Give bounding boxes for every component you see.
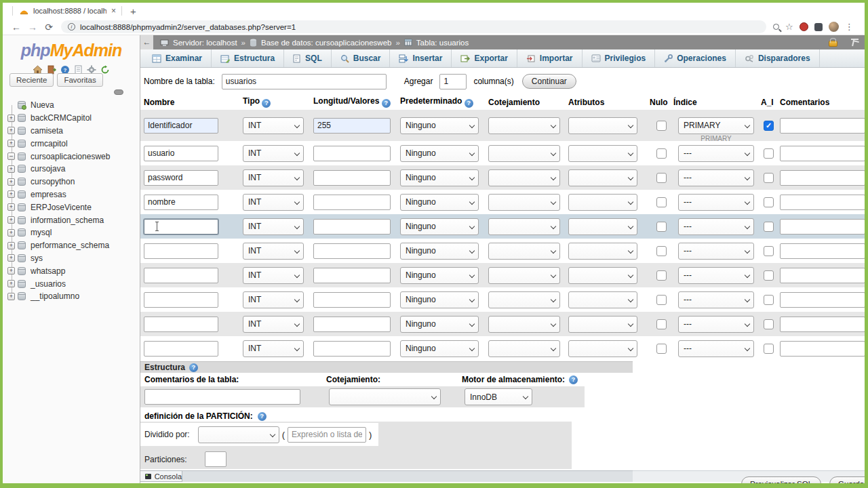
column-length-input[interactable]: [313, 170, 391, 186]
database-name[interactable]: information_schema: [31, 216, 104, 225]
column-name-input[interactable]: [144, 268, 218, 283]
engine-select[interactable]: InnoDB: [465, 388, 532, 405]
tree-expander-icon[interactable]: –: [7, 152, 15, 160]
column-default-select[interactable]: Ninguno: [400, 117, 479, 134]
column-index-select[interactable]: ---: [678, 340, 754, 357]
column-type-select[interactable]: INT: [243, 117, 304, 134]
column-length-input[interactable]: [313, 118, 391, 134]
column-length-input[interactable]: [313, 292, 391, 308]
help-icon[interactable]: ?: [382, 99, 391, 108]
breadcrumb-database[interactable]: Base de datos: cursoaplicacionesweb: [261, 39, 391, 47]
column-type-select[interactable]: INT: [243, 194, 304, 211]
column-comments-input[interactable]: [780, 268, 865, 283]
column-type-select[interactable]: INT: [243, 267, 304, 284]
column-attributes-select[interactable]: [568, 291, 637, 308]
tab-importar[interactable]: Importar: [517, 49, 583, 67]
database-tree-item[interactable]: – cursoaplicacionesweb: [3, 150, 140, 163]
null-checkbox[interactable]: [656, 222, 667, 232]
column-index-select[interactable]: ---: [678, 243, 754, 260]
database-tree-item[interactable]: + crmcapitol: [3, 137, 140, 150]
help-icon[interactable]: ?: [465, 99, 473, 108]
partition-expression-input[interactable]: [288, 427, 366, 443]
database-name[interactable]: empresas: [31, 190, 66, 199]
column-index-select[interactable]: ---: [678, 169, 754, 186]
column-comments-input[interactable]: [780, 292, 865, 308]
profile-avatar[interactable]: [829, 22, 839, 32]
column-collation-select[interactable]: [488, 218, 560, 235]
database-name[interactable]: whatsapp: [31, 266, 65, 276]
database-name[interactable]: _usuarios: [31, 279, 66, 289]
collapse-sidebar-button[interactable]: ←: [140, 35, 153, 49]
sidebar-resize-handle[interactable]: [114, 89, 123, 95]
column-type-select[interactable]: INT: [243, 340, 304, 357]
back-icon[interactable]: ←: [8, 22, 24, 33]
database-name[interactable]: performance_schema: [31, 241, 109, 250]
help-icon[interactable]: ?: [258, 412, 267, 421]
column-index-select[interactable]: ---: [678, 218, 754, 235]
column-comments-input[interactable]: [780, 118, 865, 134]
tree-expander-icon[interactable]: +: [7, 165, 15, 173]
database-tree-item[interactable]: + cursojava: [3, 163, 140, 176]
column-comments-input[interactable]: [780, 146, 865, 161]
column-length-input[interactable]: [313, 341, 391, 357]
add-columns-input[interactable]: [439, 74, 467, 89]
help-icon[interactable]: ?: [569, 375, 578, 384]
column-index-select[interactable]: ---: [678, 267, 754, 284]
database-name[interactable]: sys: [31, 253, 43, 263]
column-default-select[interactable]: Ninguno: [400, 194, 479, 211]
auto-increment-checkbox[interactable]: [764, 295, 774, 305]
database-name[interactable]: __tipoalumno: [31, 291, 79, 301]
column-attributes-select[interactable]: [568, 267, 637, 284]
auto-increment-checkbox[interactable]: [764, 173, 774, 183]
tree-expander-icon[interactable]: +: [7, 178, 15, 186]
database-tree-item[interactable]: + backCRMCapitol: [3, 112, 140, 125]
column-name-input[interactable]: [144, 118, 218, 134]
database-name[interactable]: cursoaplicacionesweb: [31, 152, 110, 161]
database-name[interactable]: cursopython: [31, 177, 75, 186]
tab-close-icon[interactable]: ×: [111, 6, 116, 16]
browser-tab[interactable]: localhost:8888 / localhost / cu ×: [13, 3, 121, 19]
tree-expander-icon[interactable]: +: [7, 293, 15, 300]
auto-increment-checkbox[interactable]: [764, 197, 774, 207]
tree-expander-icon[interactable]: +: [7, 190, 15, 198]
column-type-select[interactable]: INT: [243, 218, 304, 235]
column-default-select[interactable]: Ninguno: [400, 145, 479, 162]
column-name-input[interactable]: [144, 292, 218, 308]
column-index-select[interactable]: ---: [678, 194, 754, 211]
column-index-select[interactable]: ---: [678, 145, 754, 162]
column-length-input[interactable]: [313, 146, 391, 161]
tab-operaciones[interactable]: Operaciones: [655, 49, 736, 67]
column-collation-select[interactable]: [488, 267, 560, 284]
tab-examinar[interactable]: Examinar: [143, 49, 212, 67]
column-default-select[interactable]: Ninguno: [400, 316, 479, 333]
zoom-icon[interactable]: [773, 24, 779, 30]
database-tree-item[interactable]: Nueva: [3, 99, 140, 112]
collation-select[interactable]: [329, 388, 441, 405]
column-attributes-select[interactable]: [568, 340, 637, 357]
column-default-select[interactable]: Ninguno: [400, 169, 479, 186]
page-info-icon[interactable]: i: [68, 23, 75, 30]
tab-buscar[interactable]: Buscar: [332, 49, 391, 67]
divided-by-select[interactable]: [198, 426, 279, 443]
browser-menu-icon[interactable]: ⋮: [845, 22, 854, 32]
column-collation-select[interactable]: [488, 291, 560, 308]
column-default-select[interactable]: Ninguno: [400, 291, 479, 308]
tree-expander-icon[interactable]: +: [7, 280, 15, 287]
column-collation-select[interactable]: [488, 340, 560, 357]
tree-expander-icon[interactable]: +: [7, 229, 15, 237]
null-checkbox[interactable]: [656, 121, 667, 131]
breadcrumb-table[interactable]: Tabla: usuarios: [416, 39, 469, 47]
column-collation-select[interactable]: [488, 243, 560, 260]
column-name-input[interactable]: [144, 170, 218, 186]
reload-icon[interactable]: ⟳: [41, 22, 57, 33]
forward-icon[interactable]: →: [24, 22, 41, 33]
favorites-tab[interactable]: Favoritas: [57, 73, 102, 87]
tree-expander-icon[interactable]: +: [7, 267, 15, 274]
column-collation-select[interactable]: [488, 316, 560, 333]
null-checkbox[interactable]: [656, 295, 667, 305]
database-tree-item[interactable]: + camiseta: [3, 125, 140, 138]
column-comments-input[interactable]: [780, 195, 865, 210]
new-tab-button[interactable]: +: [130, 5, 136, 17]
tab-exportar[interactable]: Exportar: [452, 49, 517, 67]
column-default-select[interactable]: Ninguno: [400, 243, 479, 260]
